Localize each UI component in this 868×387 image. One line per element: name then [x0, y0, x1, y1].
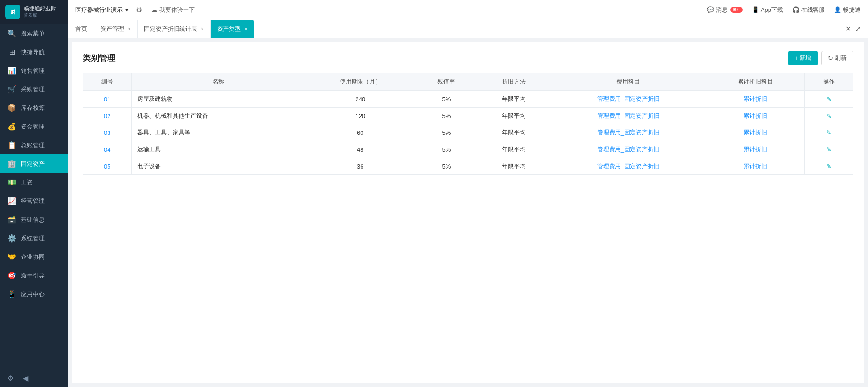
tab-depreciation-report[interactable]: 固定资产折旧统计表 ×	[138, 20, 211, 38]
col-residual: 残值率	[416, 73, 477, 91]
col-accumulate: 累计折旧科目	[706, 73, 804, 91]
cell-expense: 管理费用_固定资产折旧	[551, 124, 706, 141]
sidebar-item-search[interactable]: 🔍 搜索菜单	[0, 24, 68, 43]
sidebar-item-guide[interactable]: 🎯 新手引导	[0, 266, 68, 285]
cell-period: 60	[305, 124, 416, 141]
cell-method: 年限平均	[477, 124, 551, 141]
tabs-right-controls: ✕ ⤢	[845, 25, 861, 33]
cell-period: 36	[305, 158, 416, 175]
cell-period: 240	[305, 91, 416, 108]
content-header: 类别管理 + 新增 ↻ 刷新	[83, 51, 853, 65]
header-settings-icon[interactable]: ⚙	[136, 5, 142, 14]
sidebar: 财 畅捷通好业财 普及版 🔍 搜索菜单 ⊞ 快捷导航 📊 销售管理 🛒 采购管理…	[0, 0, 68, 387]
cell-accumulate: 累计折旧	[706, 141, 804, 158]
cell-residual: 5%	[416, 91, 477, 108]
sidebar-item-sales[interactable]: 📊 销售管理	[0, 61, 68, 80]
purchase-label: 采购管理	[21, 85, 45, 94]
online-service-button[interactable]: 🎧 在线客服	[792, 6, 825, 14]
settings-icon[interactable]: ⚙	[7, 374, 14, 382]
sidebar-item-inventory[interactable]: 📦 库存核算	[0, 99, 68, 117]
message-button[interactable]: 💬 消息 99	[707, 6, 743, 14]
user-button[interactable]: 👤 畅捷通	[834, 6, 861, 14]
sidebar-item-fixed-assets[interactable]: 🏢 固定资产	[0, 154, 68, 173]
sales-icon: 📊	[7, 66, 16, 75]
guide-icon: 🎯	[7, 271, 16, 280]
message-icon: 💬	[707, 6, 714, 13]
tab-home-label: 首页	[75, 25, 87, 33]
tab-asset-mgmt[interactable]: 资产管理 ×	[94, 20, 138, 38]
tab-home[interactable]: 首页	[75, 20, 94, 38]
base-info-label: 基础信息	[21, 216, 45, 224]
app-name: 畅捷通好业财	[24, 5, 56, 13]
col-period: 使用期限（月）	[305, 73, 416, 91]
tab-asset-mgmt-close[interactable]: ×	[128, 26, 131, 32]
sidebar-item-app-center[interactable]: 📱 应用中心	[0, 285, 68, 303]
app-download-label: App下载	[761, 6, 783, 14]
workspace-selector[interactable]: 医疗器械行业演示 ▾	[75, 6, 129, 14]
system-icon: ⚙️	[7, 234, 16, 243]
cell-action: ✎	[804, 124, 853, 141]
sidebar-logo: 财 畅捷通好业财 普及版	[0, 0, 68, 24]
cell-method: 年限平均	[477, 108, 551, 124]
sidebar-item-base-info[interactable]: 🗃️ 基础信息	[0, 210, 68, 229]
col-expense: 费用科目	[551, 73, 706, 91]
cell-code: 04	[83, 141, 132, 158]
close-tab-icon[interactable]: ✕	[845, 25, 851, 33]
base-info-icon: 🗃️	[7, 215, 16, 224]
cell-action: ✎	[804, 108, 853, 124]
tab-depreciation-close[interactable]: ×	[201, 26, 204, 32]
sidebar-item-capital[interactable]: 💰 资金管理	[0, 117, 68, 136]
edit-icon[interactable]: ✎	[826, 95, 832, 103]
sidebar-item-enterprise[interactable]: 🤝 企业协同	[0, 248, 68, 266]
refresh-button[interactable]: ↻ 刷新	[821, 51, 853, 65]
sidebar-footer: ⚙ ◀	[0, 369, 68, 387]
edit-icon[interactable]: ✎	[826, 163, 832, 170]
new-button[interactable]: + 新增	[788, 51, 818, 65]
edit-icon[interactable]: ✎	[826, 146, 832, 153]
operations-label: 经营管理	[21, 197, 45, 205]
cell-accumulate: 累计折旧	[706, 124, 804, 141]
edit-icon[interactable]: ✎	[826, 129, 832, 136]
expand-icon[interactable]: ⤢	[855, 25, 861, 33]
table-row: 04 运输工具 48 5% 年限平均 管理费用_固定资产折旧 累计折旧 ✎	[83, 141, 853, 158]
cell-residual: 5%	[416, 141, 477, 158]
cell-code: 02	[83, 108, 132, 124]
sidebar-item-ledger[interactable]: 📋 总账管理	[0, 136, 68, 154]
sidebar-item-system[interactable]: ⚙️ 系统管理	[0, 229, 68, 248]
user-name: 畅捷通	[843, 6, 861, 14]
quick-nav-label: 快捷导航	[21, 48, 45, 56]
category-table: 编号 名称 使用期限（月） 残值率 折旧方法 费用科目 累计折旧科目 操作 01…	[83, 73, 853, 175]
edit-icon[interactable]: ✎	[826, 112, 832, 119]
sidebar-item-quick-nav[interactable]: ⊞ 快捷导航	[0, 43, 68, 61]
sidebar-item-payroll[interactable]: 💵 工资	[0, 173, 68, 192]
collapse-icon[interactable]: ◀	[23, 374, 28, 382]
trial-button[interactable]: ☁ 我要体验一下	[151, 6, 195, 14]
col-action: 操作	[804, 73, 853, 91]
cell-action: ✎	[804, 141, 853, 158]
main-content: 医疗器械行业演示 ▾ ⚙ ☁ 我要体验一下 💬 消息 99 📱 App下载 🎧 …	[68, 0, 868, 387]
tab-asset-type[interactable]: 资产类型 ×	[211, 20, 254, 38]
sidebar-item-operations[interactable]: 📈 经营管理	[0, 192, 68, 210]
header-right-actions: 💬 消息 99 📱 App下载 🎧 在线客服 👤 畅捷通	[707, 6, 861, 14]
col-method: 折旧方法	[477, 73, 551, 91]
app-download-button[interactable]: 📱 App下载	[752, 6, 783, 14]
search-label: 搜索菜单	[21, 30, 45, 38]
cell-name: 房屋及建筑物	[132, 91, 305, 108]
purchase-icon: 🛒	[7, 85, 16, 94]
cell-accumulate: 累计折旧	[706, 91, 804, 108]
sidebar-item-purchase[interactable]: 🛒 采购管理	[0, 80, 68, 99]
cell-expense: 管理费用_固定资产折旧	[551, 158, 706, 175]
col-name: 名称	[132, 73, 305, 91]
cell-code: 03	[83, 124, 132, 141]
avatar-icon: 👤	[834, 6, 841, 13]
cell-name: 机器、机械和其他生产设备	[132, 108, 305, 124]
chevron-down-icon: ▾	[125, 6, 129, 13]
tab-asset-type-close[interactable]: ×	[244, 26, 248, 32]
cell-action: ✎	[804, 158, 853, 175]
table-row: 05 电子设备 36 5% 年限平均 管理费用_固定资产折旧 累计折旧 ✎	[83, 158, 853, 175]
enterprise-icon: 🤝	[7, 253, 16, 261]
message-label: 消息	[716, 6, 728, 14]
app-center-icon: 📱	[7, 290, 16, 298]
inventory-icon: 📦	[7, 104, 16, 112]
tab-depreciation-label: 固定资产折旧统计表	[144, 25, 197, 33]
